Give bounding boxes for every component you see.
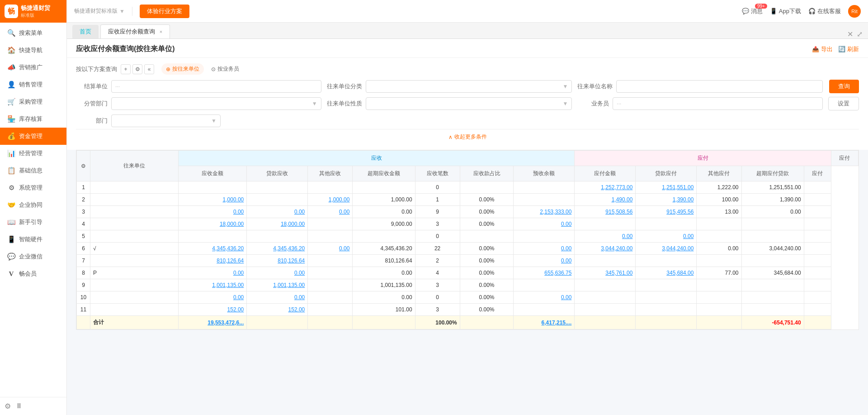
newbie-icon: 📖 [7, 218, 15, 226]
refresh-icon: 🔄 [838, 46, 845, 52]
total-receivable-ratio: 100.00% [415, 316, 460, 329]
sidebar-item-basic-info[interactable]: 📋 基础信息 [0, 162, 66, 179]
th-overdue-payable: 超期应付贷款 [741, 166, 804, 181]
export-button[interactable]: 📤 导出 [812, 45, 833, 53]
collapse-button[interactable]: ∧ 收起更多条件 [447, 131, 489, 143]
tab-bar: 首页 应收应付余额查询 × ✕ ⤢ [67, 23, 868, 39]
tab-home[interactable]: 首页 [72, 25, 99, 38]
filter-section: 按以下方案查询 + ⚙ « ⊕ 按往来单位 [67, 58, 868, 150]
th-settings[interactable]: ⚙ [77, 151, 90, 181]
refresh-button[interactable]: 🔄 刷新 [838, 45, 859, 53]
main-content: 畅捷通财贸标准版 ▼ 体验行业方案 💬 消息 99+ 📱 App下载 🎧 在线客… [67, 0, 868, 415]
partner-category-arrow: ▼ [562, 83, 568, 90]
total-receivable-amount[interactable]: 19,553,472,6... [179, 316, 247, 329]
sidebar-item-member[interactable]: V 畅会员 [0, 265, 66, 282]
filter-partner-nature: 往来单位性质 ▼ [327, 97, 572, 110]
sidebar-item-enterprise[interactable]: 🤝 企业协同 [0, 196, 66, 214]
collapse-label: 收起更多条件 [454, 133, 487, 141]
th-overdue-receivable: 超期应收金额 [353, 166, 415, 181]
table-area: ⚙ 往来单位 应收 应付 [67, 150, 868, 337]
settlement-unit-input[interactable]: ··· [111, 80, 321, 93]
sidebar-item-sales[interactable]: 👤 销售管理 [0, 76, 66, 93]
sidebar-item-finance[interactable]: 💰 资金管理 [0, 128, 66, 145]
th-prepaid-balance: 预收余额 [514, 166, 575, 181]
table-row: 91,001,135.001,001,135.001,001,135.0030.… [77, 279, 859, 291]
sidebar-item-newbie[interactable]: 📖 新手引导 [0, 214, 66, 231]
scheme-by-salesperson[interactable]: ⊙ 按业务员 [208, 63, 243, 75]
app-download-btn[interactable]: 📱 App下载 [770, 7, 801, 15]
table-row: 30.000.000.000.0090.00%2,153,333.00915,5… [77, 206, 859, 218]
dept-input[interactable]: ▼ [111, 114, 221, 127]
scheme-collapse-btn[interactable]: « [144, 64, 154, 74]
export-icon: 📤 [812, 46, 819, 52]
partner-nature-arrow: ▼ [562, 100, 568, 107]
partner-name-input[interactable] [616, 80, 823, 93]
logo-sub: 标准版 [21, 12, 50, 19]
member-icon: V [7, 270, 15, 278]
inventory-icon: 🏪 [7, 115, 15, 123]
sidebar-item-marketing[interactable]: 📣 营销推广 [0, 59, 66, 76]
notifications-btn[interactable]: 💬 消息 99+ [742, 7, 763, 15]
filter-row-2: 分管部门 ▼ 往来单位性质 ▼ [76, 97, 823, 110]
filter-settlement-unit: 结算单位 ··· [76, 80, 321, 93]
sidebar-item-label: 快捷导航 [19, 46, 42, 54]
salesperson-input[interactable]: ··· [613, 97, 823, 110]
th-receivable-group: 应收 [179, 151, 575, 166]
scheme-settings-btn[interactable]: ⚙ [132, 64, 142, 74]
table-row: 11152.00152.00101.0030.00% [77, 304, 859, 316]
filter-partner-category: 往来单位分类 ▼ [327, 80, 572, 93]
scheme-by-partner[interactable]: ⊕ 按往来单位 [161, 63, 204, 75]
table-settings-icon: ⚙ [81, 163, 86, 169]
dept-arrow: ▼ [211, 118, 217, 124]
sidebar-item-label: 资金管理 [19, 132, 42, 140]
settings-bottom-icon[interactable]: ⚙ [5, 402, 11, 410]
tab-close-icon[interactable]: × [160, 29, 162, 34]
sidebar-item-smart-hw[interactable]: 📱 智能硬件 [0, 231, 66, 248]
scheme-add-btn[interactable]: + [121, 64, 131, 74]
settings-button[interactable]: 设置 [828, 97, 859, 110]
collapse-bottom-icon[interactable]: ⏸ [15, 402, 23, 410]
enterprise-icon: 🤝 [7, 201, 15, 209]
online-service-btn[interactable]: 🎧 在线客服 [808, 7, 841, 15]
partner-category-input[interactable]: ▼ [366, 80, 572, 93]
quick-nav-icon: 🏠 [7, 46, 15, 54]
tab-current[interactable]: 应收应付余额查询 × [100, 24, 170, 38]
sidebar-item-label: 销售管理 [19, 81, 42, 89]
avatar-text: Rit [851, 9, 857, 14]
partner-nature-input[interactable]: ▼ [366, 97, 572, 110]
query-button[interactable]: 查询 [829, 80, 859, 93]
page-title: 应收应付余额查询(按往来单位) [76, 44, 175, 54]
sidebar-item-purchase[interactable]: 🛒 采购管理 [0, 93, 66, 110]
total-payable-amount: -654,751.40 [741, 316, 804, 329]
sidebar-item-label: 经营管理 [19, 149, 42, 157]
table-row: 8P0.000.000.0040.00%655,636.75345,761.00… [77, 267, 859, 279]
window-close-icon[interactable]: ✕ [847, 30, 853, 38]
sidebar-bottom: ⚙ ⏸ [0, 397, 66, 415]
sidebar-item-quick-nav[interactable]: 🏠 快捷导航 [0, 42, 66, 59]
operations-icon: 📊 [7, 149, 15, 157]
total-prepaid-balance[interactable]: 6,417,215.... [514, 316, 575, 329]
dept-label: 部门 [76, 117, 108, 125]
wechat-icon: 💬 [7, 253, 15, 261]
sidebar-item-label: 搜索菜单 [19, 29, 42, 37]
sidebar-item-operations[interactable]: 📊 经营管理 [0, 145, 66, 162]
sidebar-menu: 🔍 搜索菜单 🏠 快捷导航 📣 营销推广 👤 销售管理 🛒 采购管理 🏪 库存核… [0, 23, 66, 397]
settlement-unit-label: 结算单位 [76, 82, 108, 91]
page-header: 应收应付余额查询(按往来单位) 📤 导出 🔄 刷新 [67, 39, 868, 58]
partner-name-label: 往来单位名称 [577, 82, 613, 91]
promo-button[interactable]: 体验行业方案 [140, 5, 189, 18]
managing-dept-input[interactable]: ▼ [111, 97, 321, 110]
system-icon: ⚙ [7, 184, 15, 192]
sidebar-item-system[interactable]: ⚙ 系统管理 [0, 179, 66, 196]
topbar: 畅捷通财贸标准版 ▼ 体验行业方案 💬 消息 99+ 📱 App下载 🎧 在线客… [67, 0, 868, 23]
table-wrapper[interactable]: ⚙ 往来单位 应收 应付 [76, 150, 859, 330]
sidebar-item-search-menu[interactable]: 🔍 搜索菜单 [0, 24, 66, 42]
filter-right-btns: 查询 设置 [828, 63, 859, 110]
breadcrumb-text: 畅捷通财贸标准版 [74, 7, 118, 15]
data-table: ⚙ 往来单位 应收 应付 [76, 150, 859, 329]
window-maximize-icon[interactable]: ⤢ [857, 30, 863, 38]
sidebar-item-wechat[interactable]: 💬 企业微信 [0, 248, 66, 265]
filter-managing-dept: 分管部门 ▼ [76, 97, 321, 110]
user-avatar[interactable]: Rit [848, 5, 861, 18]
sidebar-item-inventory[interactable]: 🏪 库存核算 [0, 110, 66, 128]
